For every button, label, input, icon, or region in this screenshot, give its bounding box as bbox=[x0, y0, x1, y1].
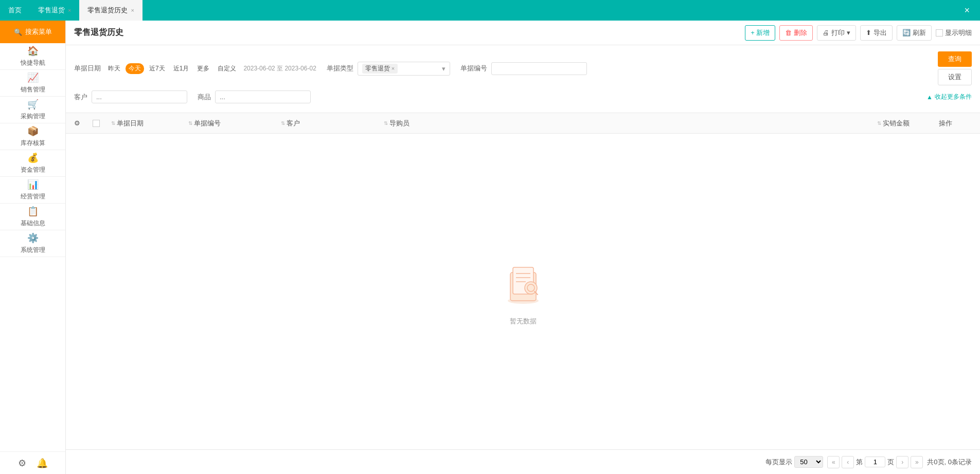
date-btn-more[interactable]: 更多 bbox=[194, 63, 212, 74]
num-input[interactable] bbox=[491, 62, 587, 75]
sound-bottom-icon[interactable]: 🔔 bbox=[37, 458, 48, 469]
empty-state: 暂无数据 bbox=[66, 134, 980, 449]
page-size-wrap: 每页显示 10 20 50 100 bbox=[765, 456, 823, 468]
sidebar-item-sales-label: 销售管理 bbox=[21, 85, 45, 94]
sort-date-icon[interactable]: ⇅ bbox=[111, 120, 115, 126]
date-btn-yesterday[interactable]: 昨天 bbox=[105, 63, 123, 74]
export-label: 导出 bbox=[874, 28, 887, 38]
date-btn-1month[interactable]: 近1月 bbox=[170, 63, 192, 74]
filter-settings-button[interactable]: 设置 bbox=[938, 69, 972, 85]
refresh-button[interactable]: 🔄 刷新 bbox=[897, 25, 932, 41]
first-page-button[interactable]: « bbox=[827, 456, 840, 468]
top-tab-bar: 首页 零售退货 × 零售退货历史 × × bbox=[0, 0, 980, 21]
last-page-button[interactable]: » bbox=[911, 456, 923, 468]
system-icon: ⚙️ bbox=[27, 232, 39, 244]
tab-retail-return-history[interactable]: 零售退货历史 × bbox=[79, 0, 142, 21]
search-menu-label: 搜索菜单 bbox=[25, 27, 52, 37]
collapse-label: 收起更多条件 bbox=[935, 93, 972, 101]
topbar-right: × bbox=[960, 5, 980, 16]
delete-button[interactable]: 🗑 删除 bbox=[779, 25, 813, 41]
page-input[interactable] bbox=[865, 457, 885, 467]
sidebar-item-system[interactable]: ⚙️ 系统管理 bbox=[0, 230, 65, 257]
query-button[interactable]: 查询 bbox=[938, 51, 972, 67]
sidebar-item-sales[interactable]: 📈 销售管理 bbox=[0, 70, 65, 97]
collapse-icon: ▲ bbox=[926, 94, 933, 101]
filter-row-1: 单据日期 昨天 今天 近7天 近1月 更多 自定义 2023-06-02 至 2… bbox=[74, 51, 972, 85]
th-guide: ⇅ 导购员 bbox=[380, 119, 483, 128]
goods-input[interactable] bbox=[215, 90, 311, 103]
sidebar-item-purchase[interactable]: 🛒 采购管理 bbox=[0, 97, 65, 123]
refresh-icon: 🔄 bbox=[902, 29, 911, 37]
sidebar-item-quicknav[interactable]: 🏠 快捷导航 bbox=[0, 43, 65, 70]
tab-retail-return-history-label: 零售退货历史 bbox=[87, 6, 128, 15]
empty-illustration bbox=[497, 257, 549, 308]
page-unit: 页 bbox=[887, 458, 894, 467]
th-date: ⇅ 单据日期 bbox=[107, 119, 184, 128]
search-icon: 🔍 bbox=[14, 28, 22, 36]
customer-filter-label: 客户 bbox=[74, 93, 87, 102]
type-filter: 单据类型 零售退货 × ▾ bbox=[327, 62, 450, 76]
goods-filter-label: 商品 bbox=[198, 93, 211, 102]
th-settings[interactable]: ⚙ bbox=[70, 119, 88, 127]
type-select-chevron-icon: ▾ bbox=[442, 65, 446, 72]
sort-amount-icon[interactable]: ⇅ bbox=[877, 120, 881, 126]
th-date-label: 单据日期 bbox=[117, 119, 144, 128]
page-label-pre: 第 bbox=[856, 458, 863, 467]
sidebar-item-quicknav-label: 快捷导航 bbox=[21, 59, 45, 67]
th-customer-label: 客户 bbox=[287, 119, 300, 128]
sidebar-item-finance[interactable]: 💰 资金管理 bbox=[0, 150, 65, 177]
customer-input[interactable] bbox=[92, 90, 187, 103]
export-button[interactable]: ⬆ 导出 bbox=[860, 25, 893, 41]
finance-icon: 💰 bbox=[27, 152, 39, 163]
main-layout: 🔍 搜索菜单 🏠 快捷导航 📈 销售管理 🛒 采购管理 📦 库存核算 💰 资金管… bbox=[0, 21, 980, 474]
num-filter-label: 单据编号 bbox=[460, 64, 487, 73]
sort-customer-icon[interactable]: ⇅ bbox=[281, 120, 285, 126]
sidebar-item-finance-label: 资金管理 bbox=[21, 166, 45, 174]
show-detail-checkbox[interactable] bbox=[936, 29, 943, 37]
settings-bottom-icon[interactable]: ⚙ bbox=[18, 458, 26, 469]
window-close-button[interactable]: × bbox=[960, 5, 974, 15]
tab-retail-return[interactable]: 零售退货 × bbox=[30, 0, 79, 21]
sales-icon: 📈 bbox=[27, 72, 39, 83]
next-page-button[interactable]: › bbox=[896, 456, 908, 468]
sort-guide-icon[interactable]: ⇅ bbox=[384, 120, 388, 126]
inventory-icon: 📦 bbox=[27, 125, 39, 137]
sort-num-icon[interactable]: ⇅ bbox=[188, 120, 192, 126]
th-checkbox[interactable] bbox=[88, 120, 107, 127]
tab-retail-return-history-close[interactable]: × bbox=[131, 7, 134, 13]
date-filter: 单据日期 昨天 今天 近7天 近1月 更多 自定义 2023-06-02 至 2… bbox=[74, 63, 316, 74]
th-customer: ⇅ 客户 bbox=[277, 119, 380, 128]
search-menu-button[interactable]: 🔍 搜索菜单 bbox=[0, 21, 65, 43]
date-btn-today[interactable]: 今天 bbox=[126, 63, 144, 74]
sidebar-item-operations[interactable]: 📊 经营管理 bbox=[0, 177, 65, 204]
sidebar-item-system-label: 系统管理 bbox=[21, 246, 45, 254]
table-header: ⚙ ⇅ 单据日期 ⇅ 单据编号 ⇅ 客户 ⇅ 导购员 bbox=[66, 113, 980, 134]
sidebar-item-inventory[interactable]: 📦 库存核算 bbox=[0, 123, 65, 150]
pagination: 每页显示 10 20 50 100 « ‹ 第 页 › » 共0页, 0条记录 bbox=[66, 449, 980, 474]
th-action-label: 操作 bbox=[939, 119, 952, 128]
date-btns: 昨天 今天 近7天 近1月 更多 自定义 bbox=[105, 63, 239, 74]
th-num: ⇅ 单据编号 bbox=[184, 119, 277, 128]
purchase-icon: 🛒 bbox=[27, 99, 39, 110]
tab-home[interactable]: 首页 bbox=[0, 0, 30, 21]
type-tag-close[interactable]: × bbox=[391, 65, 395, 71]
table-area: ⚙ ⇅ 单据日期 ⇅ 单据编号 ⇅ 客户 ⇅ 导购员 bbox=[66, 113, 980, 449]
th-action: 操作 bbox=[935, 119, 976, 128]
date-btn-custom[interactable]: 自定义 bbox=[215, 63, 239, 74]
type-select[interactable]: 零售退货 × ▾ bbox=[358, 62, 450, 76]
date-btn-7days[interactable]: 近7天 bbox=[146, 63, 168, 74]
page-size-select[interactable]: 10 20 50 100 bbox=[794, 456, 823, 468]
tab-retail-return-close[interactable]: × bbox=[68, 7, 71, 13]
sidebar-item-basicinfo[interactable]: 📋 基础信息 bbox=[0, 204, 65, 230]
new-button[interactable]: + 新增 bbox=[745, 25, 775, 41]
collapse-button[interactable]: ▲ 收起更多条件 bbox=[926, 90, 972, 103]
prev-page-button[interactable]: ‹ bbox=[842, 456, 854, 468]
content-area: 零售退货历史 + 新增 🗑 删除 🖨 打印 ▾ ⬆ 导出 🔄 刷新 bbox=[66, 21, 980, 474]
query-settings-wrap: 查询 设置 bbox=[938, 51, 972, 85]
filter-area: 单据日期 昨天 今天 近7天 近1月 更多 自定义 2023-06-02 至 2… bbox=[66, 45, 980, 113]
show-detail-label: 显示明细 bbox=[945, 28, 972, 38]
sidebar-item-purchase-label: 采购管理 bbox=[21, 112, 45, 121]
print-button[interactable]: 🖨 打印 ▾ bbox=[817, 25, 856, 41]
empty-text: 暂无数据 bbox=[510, 317, 537, 326]
print-chevron-icon: ▾ bbox=[847, 29, 850, 37]
